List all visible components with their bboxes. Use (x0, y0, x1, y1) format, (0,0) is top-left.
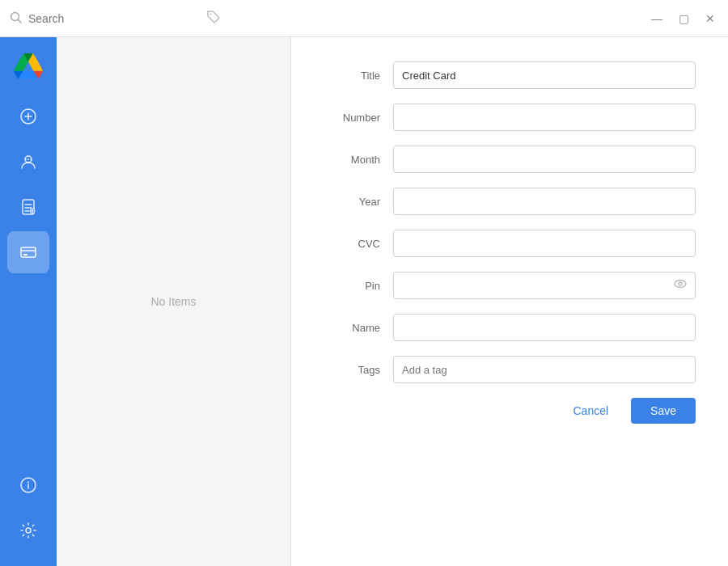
svg-point-25 (675, 281, 686, 288)
pin-row: Pin (324, 272, 696, 299)
no-items-label: No Items (150, 295, 196, 308)
cvc-label: CVC (324, 238, 380, 250)
detail-panel: Title Number Month Year CVC Pin (291, 37, 728, 566)
list-panel: No Items (57, 37, 291, 566)
title-bar: — ▢ ✕ (0, 0, 728, 37)
svg-point-7 (28, 158, 29, 160)
sidebar-item-identity[interactable] (7, 141, 49, 183)
name-input[interactable] (393, 314, 696, 341)
svg-line-1 (19, 19, 22, 23)
svg-rect-20 (23, 254, 28, 256)
close-button[interactable]: ✕ (702, 11, 718, 26)
search-area (10, 10, 648, 27)
number-input[interactable] (393, 103, 696, 131)
sidebar-item-info[interactable] (7, 464, 49, 506)
maximize-button[interactable]: ▢ (675, 11, 692, 26)
svg-point-8 (25, 158, 27, 160)
app-logo (7, 45, 49, 87)
month-label: Month (324, 154, 380, 166)
tags-label: Tags (324, 364, 380, 376)
sidebar-bottom (7, 464, 49, 558)
save-button[interactable]: Save (631, 398, 696, 424)
name-row: Name (324, 314, 696, 341)
tags-input[interactable] (393, 356, 696, 383)
year-label: Year (324, 196, 380, 208)
search-icon (10, 11, 22, 26)
month-input[interactable] (393, 146, 696, 173)
sidebar-item-add[interactable] (7, 95, 49, 137)
svg-point-9 (30, 158, 32, 160)
year-row: Year (324, 188, 696, 215)
pin-label: Pin (324, 280, 380, 292)
minimize-button[interactable]: — (648, 11, 666, 26)
title-label: Title (324, 70, 380, 82)
title-row: Title (324, 61, 696, 89)
window-controls: — ▢ ✕ (648, 11, 718, 26)
number-label: Number (324, 112, 380, 124)
cvc-input[interactable] (393, 230, 696, 257)
name-label: Name (324, 322, 380, 334)
pin-input-wrapper (393, 272, 696, 299)
sidebar-item-documents[interactable] (7, 186, 49, 228)
svg-point-10 (28, 162, 29, 163)
sidebar (0, 37, 57, 566)
sidebar-item-settings[interactable] (7, 509, 49, 551)
tag-icon[interactable] (206, 10, 221, 27)
svg-rect-18 (21, 247, 36, 257)
svg-point-23 (28, 482, 29, 484)
svg-point-24 (26, 528, 31, 533)
cvc-row: CVC (324, 230, 696, 257)
pin-input[interactable] (393, 272, 696, 299)
tags-row: Tags (324, 356, 696, 383)
month-row: Month (324, 146, 696, 173)
form-actions: Cancel Save (324, 398, 696, 424)
search-input[interactable] (28, 12, 190, 25)
title-input[interactable] (393, 61, 696, 89)
cancel-button[interactable]: Cancel (560, 398, 621, 424)
sidebar-item-cards[interactable] (7, 231, 49, 273)
sidebar-top (7, 45, 49, 464)
svg-point-26 (679, 282, 682, 285)
year-input[interactable] (393, 188, 696, 215)
svg-point-2 (210, 13, 212, 15)
eye-icon[interactable] (673, 277, 688, 294)
number-row: Number (324, 103, 696, 131)
main-layout: No Items Title Number Month Year CVC (0, 37, 728, 566)
